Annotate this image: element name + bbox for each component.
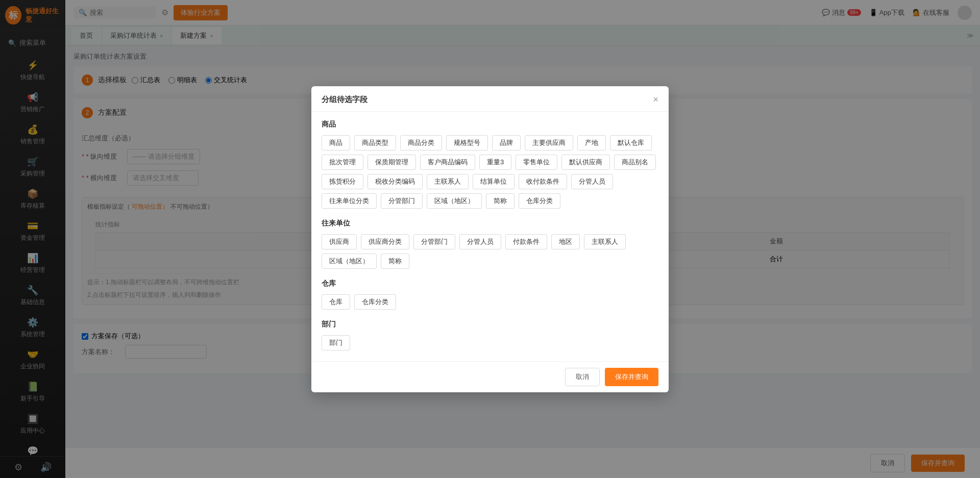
modal-dialog: 分组待选字段 × 商品商品商品类型商品分类规格型号品牌主要供应商产地默认仓库批次…	[311, 86, 669, 392]
modal-close-btn[interactable]: ×	[653, 94, 658, 105]
field-group-title: 部门	[322, 320, 658, 329]
modal-save-btn[interactable]: 保存并查询	[605, 368, 658, 386]
field-tag[interactable]: 供应商分类	[361, 234, 409, 249]
field-tag[interactable]: 商品别名	[614, 155, 656, 170]
field-tag[interactable]: 收付款条件	[519, 174, 567, 189]
field-group-title: 往来单位	[322, 219, 658, 228]
field-tag[interactable]: 重量3	[479, 155, 511, 170]
field-tag[interactable]: 保质期管理	[368, 155, 416, 170]
field-group-往来单位: 往来单位供应商供应商分类分管部门分管人员付款条件地区主联系人区域（地区）简称	[322, 219, 658, 269]
field-group-仓库: 仓库仓库仓库分类	[322, 279, 658, 310]
field-tags-部门: 部门	[322, 335, 658, 350]
field-tag[interactable]: 分管人员	[459, 234, 501, 249]
field-tag[interactable]: 简称	[381, 254, 409, 269]
modal-title: 分组待选字段	[322, 95, 368, 105]
modal-footer: 取消 保存并查询	[311, 361, 669, 392]
field-tag[interactable]: 地区	[551, 234, 580, 249]
field-group-部门: 部门部门	[322, 320, 658, 350]
field-tag[interactable]: 付款条件	[505, 234, 547, 249]
field-tag[interactable]: 零售单位	[516, 155, 557, 170]
field-tag[interactable]: 往来单位分类	[322, 193, 377, 209]
field-tag[interactable]: 默认仓库	[610, 135, 652, 150]
modal-header: 分组待选字段 ×	[311, 86, 669, 112]
field-tag[interactable]: 仓库分类	[519, 193, 560, 209]
modal-cancel-btn[interactable]: 取消	[565, 368, 600, 386]
field-tag[interactable]: 分管部门	[381, 193, 423, 209]
field-tag[interactable]: 商品类型	[354, 135, 396, 150]
field-tag[interactable]: 商品	[322, 135, 350, 150]
field-tag[interactable]: 拣货积分	[322, 174, 363, 189]
field-tag[interactable]: 批次管理	[322, 155, 363, 170]
modal-overlay[interactable]: 分组待选字段 × 商品商品商品类型商品分类规格型号品牌主要供应商产地默认仓库批次…	[0, 0, 980, 478]
field-tags-仓库: 仓库仓库分类	[322, 294, 658, 310]
field-tag[interactable]: 商品分类	[400, 135, 442, 150]
field-tag[interactable]: 主联系人	[427, 174, 469, 189]
field-tag[interactable]: 主要供应商	[525, 135, 573, 150]
field-tag[interactable]: 分管人员	[571, 174, 613, 189]
field-tag[interactable]: 默认供应商	[561, 155, 610, 170]
field-tag[interactable]: 供应商	[322, 234, 357, 249]
field-tag[interactable]: 税收分类编码	[368, 174, 423, 189]
field-tags-商品: 商品商品类型商品分类规格型号品牌主要供应商产地默认仓库批次管理保质期管理客户商品…	[322, 135, 658, 209]
modal-body: 商品商品商品类型商品分类规格型号品牌主要供应商产地默认仓库批次管理保质期管理客户…	[311, 112, 669, 361]
field-tag[interactable]: 产地	[577, 135, 606, 150]
field-tag[interactable]: 规格型号	[446, 135, 488, 150]
field-tag[interactable]: 客户商品编码	[420, 155, 475, 170]
field-tag[interactable]: 简称	[486, 193, 514, 209]
field-tag[interactable]: 分管部门	[413, 234, 455, 249]
field-group-title: 仓库	[322, 279, 658, 288]
field-tags-往来单位: 供应商供应商分类分管部门分管人员付款条件地区主联系人区域（地区）简称	[322, 234, 658, 269]
field-tag[interactable]: 结算单位	[473, 174, 514, 189]
field-tag[interactable]: 部门	[322, 335, 350, 350]
field-tag[interactable]: 仓库	[322, 294, 350, 310]
field-group-title: 商品	[322, 120, 658, 129]
field-tag[interactable]: 品牌	[492, 135, 521, 150]
field-tag[interactable]: 区域（地区）	[322, 254, 377, 269]
field-tag[interactable]: 区域（地区）	[427, 193, 482, 209]
field-group-商品: 商品商品商品类型商品分类规格型号品牌主要供应商产地默认仓库批次管理保质期管理客户…	[322, 120, 658, 209]
field-tag[interactable]: 仓库分类	[354, 294, 396, 310]
field-tag[interactable]: 主联系人	[584, 234, 626, 249]
